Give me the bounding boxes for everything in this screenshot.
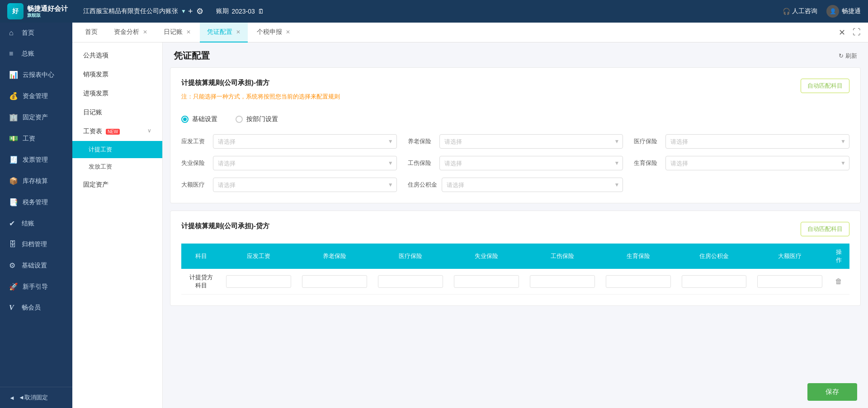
sidebar-item-guide[interactable]: 🚀 新手引导: [0, 276, 72, 297]
page-title: 凭证配置: [174, 50, 210, 62]
report-icon: 📊: [9, 70, 18, 79]
refresh-button[interactable]: ↻ 刷新: [839, 52, 857, 60]
shengyu-baoxian-select[interactable]: 请选择: [665, 156, 849, 170]
tab-home[interactable]: 首页: [78, 23, 105, 42]
table-header-row: 科目 应发工资 养老保险 医疗保险 失业保险 工伤保险 生育保险 住房公积金 大…: [181, 244, 849, 269]
yiliao-baoxian-select[interactable]: 请选择: [665, 134, 849, 149]
sidebar-item-archive[interactable]: 🗄 归档管理: [0, 234, 72, 255]
tab-fund-analysis-close[interactable]: ✕: [143, 29, 147, 35]
tab-voucher-config[interactable]: 凭证配置 ✕: [200, 23, 248, 42]
sidebar-item-tax[interactable]: 📑 税务管理: [0, 192, 72, 213]
settings-icon[interactable]: ⚙: [194, 5, 205, 18]
credit-auto-match-button[interactable]: 自动匹配科目: [801, 222, 849, 236]
left-nav-public[interactable]: 公共选项: [72, 46, 162, 65]
sidebar-item-inventory[interactable]: 📦 库存核算: [0, 170, 72, 192]
radio-department-circle: [236, 116, 243, 123]
tab-journal[interactable]: 日记账 ✕: [156, 23, 198, 42]
guide-icon: 🚀: [9, 282, 18, 291]
support-button[interactable]: 🎧 人工咨询: [783, 7, 817, 15]
cell-yingfa[interactable]: [221, 269, 297, 295]
cell-yiliao[interactable]: [373, 269, 448, 295]
cell-yanglao[interactable]: [297, 269, 373, 295]
sidebar-item-closing[interactable]: ✔ 结账: [0, 213, 72, 234]
table-row: 计提贷方科目 🗑: [181, 269, 849, 295]
sidebar: ⌂ 首页 ≡ 总账 📊 云报表中心 💰 资金管理 🏢 固定资产 💵 工资 🧾 发…: [0, 23, 72, 408]
close-all-button[interactable]: ✕: [837, 26, 847, 39]
select-wrapper: 请选择 ▼: [439, 156, 623, 170]
select-wrapper: 请选择 ▼: [213, 178, 397, 192]
delete-row-button[interactable]: 🗑: [835, 277, 842, 286]
left-nav-salary-table[interactable]: 工资表 NEW ∨: [72, 122, 162, 141]
cancel-fixed-button[interactable]: ◄ ◄取消固定: [0, 387, 72, 408]
radio-department[interactable]: 按部门设置: [236, 115, 278, 123]
tab-tax-report-close[interactable]: ✕: [286, 29, 290, 35]
yingfa-gongzi-select[interactable]: 请选择: [213, 134, 397, 149]
sidebar-item-label: 畅会员: [22, 304, 41, 312]
refresh-icon: ↻: [839, 52, 844, 59]
input-yanglao[interactable]: [302, 275, 367, 288]
home-icon: ⌂: [9, 29, 17, 37]
field-yingfa-gongzi: 应发工资 请选择 ▼: [181, 134, 397, 149]
sidebar-item-invoice[interactable]: 🧾 发票管理: [0, 149, 72, 170]
tab-tax-report-label: 个税申报: [257, 28, 282, 36]
sidebar-item-salary[interactable]: 💵 工资: [0, 128, 72, 149]
left-nav-sales-invoice[interactable]: 销项发票: [72, 65, 162, 84]
main-layout: ⌂ 首页 ≡ 总账 📊 云报表中心 💰 资金管理 🏢 固定资产 💵 工资 🧾 发…: [0, 23, 868, 408]
refresh-label: 刷新: [845, 52, 857, 60]
logo-text: 畅捷通好会计 旗舰版: [27, 5, 68, 18]
sidebar-item-member[interactable]: V 畅会员: [0, 297, 72, 318]
save-bar: 保存: [797, 376, 868, 408]
debit-section: 计提核算规则(公司承担)-借方 注：只能选择一种方式，系统将按照您当前的选择来配…: [170, 67, 861, 203]
sidebar-item-settings[interactable]: ⚙ 基础设置: [0, 255, 72, 276]
left-nav-journal[interactable]: 日记账: [72, 103, 162, 122]
left-nav-pay-salary[interactable]: 发放工资: [72, 158, 162, 175]
left-nav-fixed-asset[interactable]: 固定资产: [72, 175, 162, 194]
field-label: 生育保险: [634, 159, 661, 167]
gongshang-baoxian-select[interactable]: 请选择: [439, 156, 623, 170]
sidebar-item-report[interactable]: 📊 云报表中心: [0, 64, 72, 85]
company-name: 江西服宝精品有限责任公司内账张: [83, 7, 178, 15]
add-account-button[interactable]: +: [186, 5, 195, 18]
input-yingfa[interactable]: [226, 275, 291, 288]
save-button[interactable]: 保存: [807, 383, 857, 401]
tab-tax-report[interactable]: 个税申报 ✕: [250, 23, 297, 42]
input-shengyu[interactable]: [606, 275, 671, 288]
company-dropdown-icon[interactable]: ▼: [181, 8, 186, 14]
tab-journal-close[interactable]: ✕: [186, 29, 191, 35]
debit-auto-match-button[interactable]: 自动匹配科目: [801, 79, 849, 93]
input-shiye[interactable]: [454, 275, 519, 288]
sidebar-item-ledger[interactable]: ≡ 总账: [0, 43, 72, 64]
calendar-icon[interactable]: 🗓: [258, 8, 264, 15]
user-avatar[interactable]: 👤 畅捷通: [826, 5, 861, 18]
cell-dae[interactable]: [752, 269, 828, 295]
shiye-baoxian-select[interactable]: 请选择: [213, 156, 397, 170]
left-nav-calc-salary[interactable]: 计提工资: [72, 141, 162, 158]
tab-fund-analysis[interactable]: 资金分析 ✕: [107, 23, 155, 42]
debit-form-grid: 应发工资 请选择 ▼ 养老保险: [181, 134, 849, 192]
page-content: 公共选项 销项发票 进项发票 日记账 工资表 NEW ∨ 计提工资 发放工资 固…: [72, 42, 868, 408]
yanglao-baoxian-select[interactable]: 请选择: [439, 134, 623, 149]
cell-gongshang[interactable]: [524, 269, 600, 295]
zhufang-gongjijin-select[interactable]: 请选择: [442, 178, 623, 192]
cell-shiye[interactable]: [448, 269, 524, 295]
input-dae[interactable]: [757, 275, 822, 288]
col-yiliao: 医疗保险: [373, 244, 448, 269]
input-gongshang[interactable]: [530, 275, 595, 288]
fullscreen-button[interactable]: ⛶: [851, 26, 863, 39]
company-selector[interactable]: 江西服宝精品有限责任公司内账张 ▼: [83, 7, 186, 15]
credit-section-title: 计提核算规则(公司承担)-贷方: [181, 222, 269, 230]
cell-shengyu[interactable]: [600, 269, 676, 295]
sidebar-item-asset[interactable]: 🏢 固定资产: [0, 107, 72, 128]
cell-zhufang[interactable]: [676, 269, 752, 295]
tab-voucher-config-close[interactable]: ✕: [236, 29, 241, 35]
sidebar-item-label: 发票管理: [23, 156, 48, 164]
dae-yiliao-select[interactable]: 请选择: [213, 178, 397, 192]
sidebar-item-fund[interactable]: 💰 资金管理: [0, 85, 72, 107]
period-selector[interactable]: 账期 2023-03 🗓: [216, 7, 264, 15]
left-nav-purchase-invoice[interactable]: 进项发票: [72, 84, 162, 103]
radio-basic[interactable]: 基础设置: [181, 115, 217, 123]
input-yiliao[interactable]: [378, 275, 443, 288]
cell-delete[interactable]: 🗑: [828, 269, 849, 295]
sidebar-item-home[interactable]: ⌂ 首页: [0, 23, 72, 43]
input-zhufang[interactable]: [682, 275, 747, 288]
